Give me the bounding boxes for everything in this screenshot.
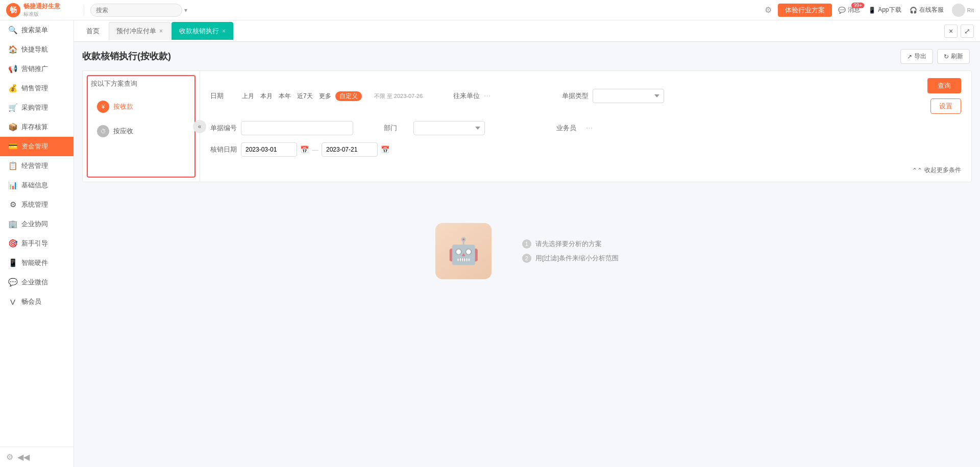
sidebar-label-2: 营销推广	[21, 64, 48, 73]
gear-icon[interactable]: ⚙	[765, 5, 772, 15]
sidebar-item-快捷导航[interactable]: 🏠快捷导航	[0, 40, 74, 59]
tab-expand-btn[interactable]: ⤢	[961, 24, 974, 38]
collapse-more-button[interactable]: ⌃⌃ 收起更多条件	[912, 166, 961, 175]
calendar-end-icon[interactable]: 📅	[381, 145, 389, 154]
tab-prepay-close[interactable]: ×	[159, 28, 163, 35]
partner-field: 往来单位 ···	[453, 91, 491, 101]
sidebar-item-采购管理[interactable]: 🛒采购管理	[0, 98, 74, 117]
calendar-start-icon[interactable]: 📅	[300, 145, 309, 154]
sidebar-item-畅会员[interactable]: V畅会员	[0, 292, 74, 311]
online-service-button[interactable]: 🎧 在线客服	[910, 6, 944, 14]
date-tab-thisyear[interactable]: 本年	[277, 91, 293, 102]
date-range: 📅 — 📅	[241, 142, 389, 157]
empty-tips: 1 请先选择要分析的方案 2 用[过滤]条件来缩小分析范围	[522, 239, 619, 263]
filter-right: 日期 上月 本月 本年 近7天 更多 自定义	[200, 71, 971, 182]
date-tabs: 上月 本月 本年 近7天 更多 自定义	[240, 91, 362, 102]
sidebar-label-12: 智能硬件	[21, 258, 48, 267]
empty-state: 🤖 1 请先选择要分析的方案 2 用[过滤]条件来缩小分析范围	[82, 192, 972, 310]
query-button[interactable]: 查询	[927, 78, 961, 93]
app-download-button[interactable]: 📱 App下载	[868, 6, 901, 14]
sidebar-label-10: 企业协同	[21, 219, 48, 229]
dept-select[interactable]	[413, 121, 485, 135]
date-tab-lastmonth[interactable]: 上月	[240, 91, 256, 102]
sidebar-item-库存核算[interactable]: 📦库存核算	[0, 117, 74, 137]
sidebar-item-系统管理[interactable]: ⚙系统管理	[0, 195, 74, 214]
date-label: 日期	[210, 91, 236, 101]
tab-home[interactable]: 首页	[78, 22, 108, 40]
sidebar-icon-7: 📋	[8, 161, 17, 170]
logo: 畅 畅捷通好生意 标准版	[6, 2, 78, 18]
empty-content: 🤖 1 请先选择要分析的方案 2 用[过滤]条件来缩小分析范围	[435, 223, 619, 279]
tab-receipt-close[interactable]: ×	[222, 28, 226, 35]
refresh-button[interactable]: ↻ 刷新	[937, 49, 970, 64]
filter-option-by-receivable[interactable]: ⏱ 按应收	[91, 121, 191, 141]
sidebar-item-企业协同[interactable]: 🏢企业协同	[0, 214, 74, 234]
filter-panel-title: 按以下方案查询	[91, 79, 191, 88]
industry-button[interactable]: 体验行业方案	[778, 4, 832, 17]
sidebar-label-0: 搜索菜单	[21, 26, 48, 35]
empty-tip-1-text: 请先选择要分析的方案	[535, 239, 602, 249]
tab-receipt-label: 收款核销执行	[179, 27, 219, 36]
collapse-left-button[interactable]: «	[193, 120, 206, 133]
empty-tip-2-text: 用[过滤]条件来缩小分析范围	[535, 254, 619, 263]
tab-receipt[interactable]: 收款核销执行 ×	[172, 22, 233, 40]
app-download-label: App下载	[878, 6, 901, 14]
date-tab-thismonth[interactable]: 本月	[258, 91, 275, 102]
sidebar-item-资金管理[interactable]: 💳资金管理	[0, 137, 74, 156]
sidebar-item-基础信息[interactable]: 📊基础信息	[0, 176, 74, 195]
content-area: 首页 预付冲应付单 × 收款核销执行 × × ⤢ ↗ 导出	[74, 20, 980, 467]
tab-prepay-label: 预付冲应付单	[116, 27, 156, 36]
doc-no-input[interactable]	[241, 121, 353, 135]
filter-row-3: 核销日期 📅 — 📅	[210, 142, 961, 157]
sidebar-item-企业微信[interactable]: 💬企业微信	[0, 273, 74, 292]
sidebar-item-新手引导[interactable]: 🎯新手引导	[0, 234, 74, 253]
doc-type-label: 单据类型	[562, 91, 589, 101]
date-custom-tag[interactable]: 自定义	[335, 91, 362, 101]
setting-button[interactable]: 设置	[930, 99, 961, 114]
sidebar-icon-2: 📢	[8, 64, 17, 73]
filter-option1-label: 按收款	[113, 102, 133, 111]
sidebar-icon-12: 📱	[8, 258, 17, 267]
collapse-more-label: 收起更多条件	[924, 166, 961, 175]
sidebar-item-销售管理[interactable]: 💰销售管理	[0, 79, 74, 98]
export-button[interactable]: ↗ 导出	[900, 49, 933, 64]
dept-field: 部门	[384, 121, 485, 135]
sidebar-item-智能硬件[interactable]: 📱智能硬件	[0, 253, 74, 273]
sidebar-label-7: 经营管理	[21, 161, 48, 170]
tip-number-1: 1	[522, 239, 531, 249]
sidebar-label-1: 快捷导航	[21, 45, 48, 54]
verify-date-start[interactable]	[241, 142, 297, 157]
page-title: 收款核销执行(按收款)	[82, 50, 972, 62]
collapse-more-icon: ⌃⌃	[912, 167, 922, 174]
sidebar: 🔍搜索菜单🏠快捷导航📢营销推广💰销售管理🛒采购管理📦库存核算💳资金管理📋经营管理…	[0, 20, 74, 467]
user-avatar[interactable]: Rit	[952, 4, 974, 17]
service-icon: 🎧	[910, 7, 917, 14]
messages-badge: 99+	[851, 3, 864, 8]
search-input[interactable]	[90, 4, 182, 17]
sidebar-icon-5: 📦	[8, 122, 17, 132]
doc-type-select[interactable]	[593, 89, 664, 103]
filter-option-by-receipt[interactable]: ¥ 按收款	[91, 96, 191, 117]
logo-sub: 标准版	[23, 11, 60, 18]
page-top-actions: ↗ 导出 ↻ 刷新	[900, 49, 970, 64]
filter-row-2: 单据编号 部门 业务员 ···	[210, 121, 961, 135]
sidebar-item-营销推广[interactable]: 📢营销推广	[0, 59, 74, 79]
sidebar-icon-8: 📊	[8, 181, 17, 190]
date-tab-7days[interactable]: 近7天	[295, 91, 315, 102]
chevron-down-icon[interactable]: ▾	[184, 7, 187, 14]
salesperson-dots: ···	[586, 124, 593, 133]
verify-date-end[interactable]	[322, 142, 378, 157]
sidebar-icon-1: 🏠	[8, 45, 17, 54]
page-wrapper: ↗ 导出 ↻ 刷新 收款核销执行(按收款) 按以下方案查询	[74, 42, 980, 467]
empty-tip-1: 1 请先选择要分析的方案	[522, 239, 619, 249]
messages-button[interactable]: 💬 消息 99+	[838, 6, 860, 14]
sidebar-item-搜索菜单[interactable]: 🔍搜索菜单	[0, 20, 74, 40]
settings-icon[interactable]: ⚙	[6, 452, 13, 462]
tab-close-btn[interactable]: ×	[944, 24, 958, 38]
date-tab-more[interactable]: 更多	[317, 91, 333, 102]
tab-prepay[interactable]: 预付冲应付单 ×	[109, 22, 170, 40]
sidebar-item-经营管理[interactable]: 📋经营管理	[0, 156, 74, 176]
collapse-sidebar-icon[interactable]: ◀◀	[17, 452, 30, 462]
avatar	[952, 4, 965, 17]
date-field: 日期 上月 本月 本年 近7天 更多 自定义	[210, 91, 362, 102]
